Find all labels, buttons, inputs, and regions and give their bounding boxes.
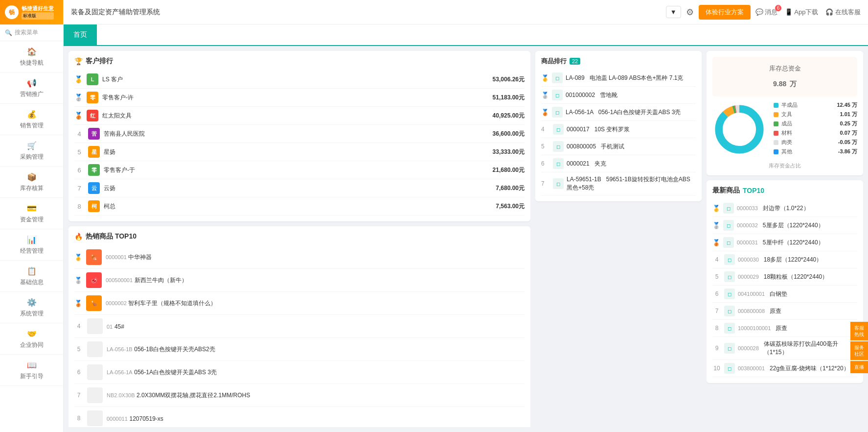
svg-point-1 bbox=[719, 109, 760, 150]
sidebar-item-label: 新手引导 bbox=[20, 372, 44, 381]
rank-number: 5 bbox=[74, 148, 84, 156]
tab-home[interactable]: 首页 bbox=[64, 24, 97, 45]
table-row: 4 苦 苦南县人民医院 36,600.00元 bbox=[74, 125, 525, 143]
rank-number: 5 bbox=[74, 346, 83, 353]
operations-icon: 📊 bbox=[26, 234, 37, 245]
list-item: 4 ◻ 0000017 10S 变料罗浆 bbox=[541, 121, 696, 138]
donut-chart-area: 半成品 12.45 万 文具 1.01 万 成品 0.25 万 bbox=[712, 101, 857, 157]
avatar: 零 bbox=[87, 92, 98, 103]
avatar: L bbox=[87, 73, 98, 85]
legend-label: 材料 bbox=[781, 129, 837, 137]
sidebar-logo: 畅 畅捷通好生意 标准版 bbox=[0, 0, 63, 24]
phone-icon: 📱 bbox=[785, 8, 793, 16]
search-menu[interactable]: 🔍 搜索菜单 bbox=[0, 24, 63, 41]
product-code: 0000002 bbox=[106, 300, 127, 306]
inventory-total: 库存总资金 9.88 万 bbox=[712, 57, 857, 96]
legend-dot bbox=[774, 121, 778, 126]
list-item: 🥇 ◻ 0000033 封边带（1.0*22） bbox=[712, 200, 857, 217]
sidebar-item-system[interactable]: ⚙️ 系统管理 bbox=[0, 292, 63, 323]
medal-icon: 🥈 bbox=[74, 94, 83, 101]
notification-button[interactable]: 💬 消息 6 bbox=[755, 8, 778, 17]
trial-button[interactable]: 体验行业方案 bbox=[699, 5, 751, 20]
live-broadcast-button[interactable]: 直播 bbox=[850, 361, 868, 373]
sidebar-item-finance[interactable]: 💳 资金管理 bbox=[0, 198, 63, 229]
customer-name: 零售客户-许 bbox=[102, 94, 489, 102]
product-info: 0000017 10S 变料罗浆 bbox=[567, 125, 696, 134]
product-image: 🍗 bbox=[86, 295, 102, 311]
sidebar-item-newbie[interactable]: 📖 新手引导 bbox=[0, 355, 63, 386]
product-image bbox=[87, 318, 103, 334]
rank-number: 7 bbox=[74, 185, 84, 192]
list-item: 5 ◻ 000800005 手机测试 bbox=[541, 138, 696, 155]
product-name: 056-1B白色按键开关壳ABS2壳 bbox=[134, 346, 215, 353]
content-area: 🏆 客户排行 🥇 L LS 客户 53,006.26元 🥈 零 零售客户-许 bbox=[64, 46, 868, 432]
legend-value: 1.01 万 bbox=[840, 111, 857, 118]
legend-label: 文具 bbox=[781, 111, 837, 118]
online-service-button[interactable]: 🎧 在线客服 bbox=[825, 8, 861, 17]
medal-icon: 🥇 bbox=[541, 74, 549, 82]
rank-number: 9 bbox=[712, 345, 721, 352]
product-icon: ◻ bbox=[553, 141, 564, 152]
marketing-icon: 📢 bbox=[26, 77, 37, 88]
newest-products-title: 最新商品 TOP10 bbox=[712, 186, 857, 195]
product-name: 体碳荔枝味苏打饮品400毫升（1*15） bbox=[764, 340, 857, 357]
list-item: 🥉 🍗 0000002 智利车子里（规格不知道填什么） bbox=[74, 292, 525, 315]
medal-icon: 🥇 bbox=[74, 254, 82, 261]
fire-icon: 🔥 bbox=[74, 233, 83, 240]
legend-item: 半成品 12.45 万 bbox=[774, 101, 857, 109]
service-community-button[interactable]: 服务 社区 bbox=[850, 341, 868, 360]
customer-ranking-table: 🥇 L LS 客户 53,006.26元 🥈 零 零售客户-许 51,183.0… bbox=[74, 71, 525, 216]
hot-products-title: 🔥 热销商品 TOP10 bbox=[74, 232, 525, 241]
rank-number: 4 bbox=[74, 130, 84, 138]
list-item: 🥈 ◻ 0000032 5厘多层（1220*2440） bbox=[712, 217, 857, 234]
product-info: LA-056-1A 056-1A白色按键开关盖ABS 3壳 bbox=[566, 108, 696, 117]
table-row: 5 星 星扬 33,333.00元 bbox=[74, 143, 525, 161]
sidebar-item-sales[interactable]: 💰 销售管理 bbox=[0, 104, 63, 135]
product-name: 2.0X30MM双摆花轴,摆花直径2.1MM/ROHS bbox=[137, 392, 250, 399]
search-icon: 🔍 bbox=[5, 29, 12, 36]
product-icon: ◻ bbox=[723, 237, 734, 248]
rank-number: 8 bbox=[74, 203, 84, 210]
sidebar-item-label: 营销推广 bbox=[20, 90, 44, 98]
product-info: LA-089 电池盖 LA-089 ABS本色+黑种 7.1克 bbox=[566, 74, 696, 82]
settings-icon[interactable]: ⚙ bbox=[686, 7, 694, 18]
sidebar-item-purchase[interactable]: 🛒 采购管理 bbox=[0, 135, 63, 167]
sidebar-item-home[interactable]: 🏠 快捷导航 bbox=[0, 41, 63, 72]
product-name: 封边带（1.0*22） bbox=[763, 204, 857, 213]
avatar: 红 bbox=[87, 110, 98, 121]
medal-icon: 🥈 bbox=[541, 92, 549, 99]
legend-dot bbox=[774, 140, 778, 145]
customer-amount: 40,925.00元 bbox=[493, 112, 525, 120]
legend-dot bbox=[774, 149, 778, 154]
top10-label: TOP10 bbox=[743, 187, 764, 194]
customer-ranking-card: 🏆 客户排行 🥇 L LS 客户 53,006.26元 🥈 零 零售客户-许 bbox=[69, 51, 530, 221]
sidebar-item-basics[interactable]: 📋 基础信息 bbox=[0, 261, 63, 292]
sidebar-item-cooperation[interactable]: 🤝 企业协同 bbox=[0, 323, 63, 355]
home-icon: 🏠 bbox=[26, 46, 37, 57]
dropdown-arrow-icon: ▼ bbox=[670, 8, 677, 16]
legend-label: 成品 bbox=[781, 120, 837, 127]
sidebar-item-inventory[interactable]: 📦 库存核算 bbox=[0, 167, 63, 198]
system-dropdown[interactable]: ▼ bbox=[666, 6, 681, 18]
legend-dot bbox=[774, 103, 778, 108]
sidebar-item-label: 资金管理 bbox=[20, 216, 44, 224]
list-item: 🥉 ◻ LA-056-1A 056-1A白色按键开关盖ABS 3壳 bbox=[541, 104, 696, 121]
legend-label: 肉类 bbox=[781, 139, 835, 146]
list-item: 4 ◻ 0000030 18多层（1220*2440） bbox=[712, 251, 857, 268]
product-name: 白钢垫 bbox=[770, 290, 857, 298]
product-name: 原查 bbox=[776, 324, 857, 333]
purchase-icon: 🛒 bbox=[26, 140, 37, 151]
notification-icon: 💬 bbox=[755, 8, 763, 16]
topbar-right: 💬 消息 6 📱 App下载 🎧 在线客服 bbox=[755, 8, 861, 17]
app-download-button[interactable]: 📱 App下载 bbox=[785, 8, 818, 17]
customer-service-button[interactable]: 客服 热线 bbox=[850, 322, 868, 340]
sidebar-item-marketing[interactable]: 📢 营销推广 bbox=[0, 72, 63, 104]
sidebar-item-operations[interactable]: 📊 经营管理 bbox=[0, 229, 63, 261]
float-buttons: 客服 热线 服务 社区 直播 bbox=[850, 322, 868, 373]
product-name: 5厘多层（1220*2440） bbox=[763, 221, 857, 230]
sidebar-item-label: 库存核算 bbox=[20, 184, 44, 192]
table-row: 6 零 零售客户-于 21,680.00元 bbox=[74, 161, 525, 179]
list-item: 10 ◻ 003800001 22g鱼豆腐-烧烤味（1*12*20） bbox=[712, 360, 857, 377]
avatar: 柯 bbox=[88, 200, 100, 212]
basics-icon: 📋 bbox=[26, 265, 37, 276]
